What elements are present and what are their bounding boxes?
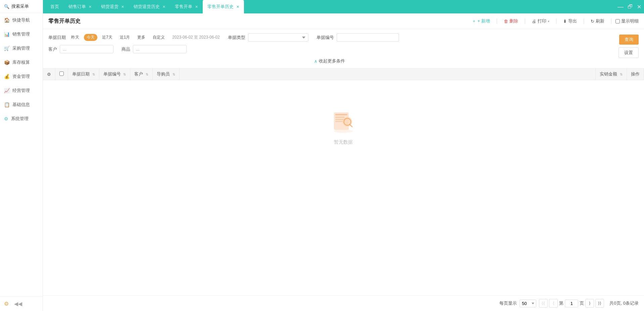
filter-row-1: 单据日期 昨天 今天 近7天 近1月 更多 自定义 2023-06-02 至 2…	[48, 33, 610, 42]
doctype-select[interactable]	[248, 33, 308, 42]
customer-filter-label: 客户	[48, 46, 57, 52]
collapse-label: 收起更多条件	[319, 58, 345, 64]
sidebar-item-finance[interactable]: 💰 资金管理	[0, 69, 43, 84]
toolbar-divider-4	[584, 18, 584, 24]
per-page-select[interactable]: 50 20 100	[519, 300, 536, 307]
sidebar-footer: ⚙ ◀◀	[0, 296, 43, 311]
pagination: 每页显示 50 20 100 ⟨⟨ ⟨ 第 页 ⟩ ⟩⟩ 共0页, 0条记录	[43, 295, 644, 311]
table-settings-icon[interactable]: ⚙	[47, 72, 51, 77]
sidebar-item-inventory[interactable]: 📦 库存核算	[0, 55, 43, 69]
tab-retail-open[interactable]: 零售开单 ✕	[170, 0, 203, 13]
date-btn-1month[interactable]: 近1月	[117, 34, 133, 41]
delete-icon: 🗑	[504, 19, 508, 24]
window-restore-icon[interactable]: 🗗	[628, 4, 633, 10]
toolbar-divider-5	[611, 18, 611, 24]
th-guide-label: 导购员	[157, 71, 170, 76]
sidebar-search[interactable]: 🔍 搜索采单	[0, 0, 43, 13]
collapse-row[interactable]: ∧ 收起更多条件	[48, 57, 610, 64]
tab-retail-open-history-close[interactable]: ✕	[236, 5, 239, 9]
tab-sales-return-history-close[interactable]: ✕	[162, 5, 165, 9]
sidebar-item-label: 系统管理	[11, 116, 29, 122]
sidebar-item-label: 资金管理	[12, 73, 30, 80]
sidebar-item-operations[interactable]: 📈 经营管理	[0, 84, 43, 98]
print-icon: 🖨	[532, 19, 536, 24]
show-detail-label: 显示明细	[621, 18, 639, 24]
th-customer-label: 客户	[134, 71, 143, 76]
sidebar-item-basic-info[interactable]: 📋 基础信息	[0, 98, 43, 112]
prev-page-btn[interactable]: ⟨	[549, 299, 558, 308]
sidebar-item-quick-nav[interactable]: 🏠 快捷导航	[0, 13, 43, 27]
sort-amount-icon: ⇅	[620, 72, 623, 76]
tab-home-label: 首页	[50, 4, 59, 10]
search-icon: 🔍	[4, 4, 9, 9]
tab-bar: 首页 销售订单 ✕ 销货退货 ✕ 销货退货历史 ✕ 零售开单 ✕ 零售开单历史 …	[43, 0, 644, 13]
settings-button[interactable]: 设置	[618, 47, 639, 58]
export-label: 导出	[568, 18, 577, 24]
goods-select-btn[interactable]: ...	[133, 45, 187, 53]
filter-item-customer: 客户 ...	[48, 45, 113, 53]
tab-sales-return-history[interactable]: 销货退货历史 ✕	[129, 0, 170, 13]
refresh-button[interactable]: ↻ 刷新	[588, 17, 607, 25]
delete-button[interactable]: 🗑 删除	[501, 17, 521, 25]
page-suffix: 页	[580, 300, 584, 306]
sidebar-item-sales-mgmt[interactable]: 📊 销售管理	[0, 27, 43, 41]
tab-sales-order-close[interactable]: ✕	[89, 5, 92, 9]
sidebar-item-label: 快捷导航	[12, 17, 30, 23]
th-doc-date[interactable]: 单据日期 ⇅	[68, 68, 99, 80]
date-btn-7days[interactable]: 近7天	[99, 34, 115, 41]
sidebar-item-purchase-mgmt[interactable]: 🛒 采购管理	[0, 41, 43, 55]
next-page-btn[interactable]: ⟩	[585, 299, 594, 308]
customer-ellipsis: ...	[63, 47, 66, 52]
first-page-btn[interactable]: ⟨⟨	[539, 299, 548, 308]
date-btn-yesterday[interactable]: 昨天	[68, 34, 82, 41]
tab-sales-return[interactable]: 销货退货 ✕	[96, 0, 129, 13]
toolbar-divider-2	[525, 18, 525, 24]
docno-input[interactable]	[337, 33, 399, 42]
empty-illustration	[327, 107, 360, 134]
show-detail-toggle[interactable]: 显示明细	[615, 18, 639, 24]
tab-sales-order[interactable]: 销售订单 ✕	[64, 0, 96, 13]
ops-icon: 📈	[4, 88, 10, 93]
last-page-btn[interactable]: ⟩⟩	[595, 299, 604, 308]
date-btn-custom[interactable]: 自定义	[150, 34, 167, 41]
tab-sales-return-close[interactable]: ✕	[121, 5, 124, 9]
show-detail-checkbox[interactable]	[615, 19, 620, 23]
customer-select-btn[interactable]: ...	[60, 45, 113, 53]
tab-retail-open-close[interactable]: ✕	[195, 5, 198, 9]
query-button[interactable]: 查询	[619, 35, 639, 45]
window-minimize-icon[interactable]: —	[617, 3, 624, 10]
sidebar-item-system[interactable]: ⚙ 系统管理	[0, 112, 43, 126]
page-header: 零售开单历史 ＋ + 新增 🗑 删除 🖨 打印 ▾	[43, 13, 644, 29]
tab-retail-open-history[interactable]: 零售开单历史 ✕	[203, 0, 244, 13]
select-all-checkbox[interactable]	[59, 71, 64, 76]
date-btn-today[interactable]: 今天	[84, 34, 97, 41]
print-button[interactable]: 🖨 打印 ▾	[529, 17, 552, 25]
table-container: ⚙ 单据日期 ⇅ 单据编号 ⇅	[43, 68, 644, 295]
main-area: 首页 销售订单 ✕ 销货退货 ✕ 销货退货历史 ✕ 零售开单 ✕ 零售开单历史 …	[43, 0, 644, 311]
th-doc-no-label: 单据编号	[103, 71, 121, 76]
sort-doc-date-icon: ⇅	[92, 72, 95, 76]
sidebar-item-label: 经营管理	[12, 88, 30, 94]
th-amount[interactable]: 实销金额 ⇅	[596, 68, 627, 80]
th-guide[interactable]: 导购员 ⇅	[152, 68, 179, 80]
tab-home[interactable]: 首页	[46, 0, 64, 13]
th-checkbox	[55, 68, 68, 80]
page-input[interactable]	[565, 300, 578, 307]
window-close-icon[interactable]: ✕	[637, 4, 641, 10]
table-header: ⚙ 单据日期 ⇅ 单据编号 ⇅	[43, 68, 644, 80]
refresh-icon: ↻	[591, 19, 594, 24]
settings-footer-icon[interactable]: ⚙	[4, 301, 9, 307]
data-table: ⚙ 单据日期 ⇅ 单据编号 ⇅	[43, 68, 644, 159]
collapse-sidebar-icon[interactable]: ◀◀	[14, 301, 22, 307]
th-doc-no[interactable]: 单据编号 ⇅	[99, 68, 130, 80]
date-btn-more[interactable]: 更多	[135, 34, 148, 41]
date-filter-label: 单据日期	[48, 35, 66, 41]
th-customer[interactable]: 客户 ⇅	[130, 68, 153, 80]
print-dropdown-icon: ▾	[548, 19, 549, 23]
delete-label: 删除	[509, 18, 518, 24]
add-button[interactable]: ＋ + 新增	[469, 17, 493, 25]
th-actions: 操作	[627, 68, 644, 80]
sort-guide-icon: ⇅	[172, 72, 175, 76]
sort-customer-icon: ⇅	[146, 72, 148, 76]
export-button[interactable]: ⬇ 导出	[560, 17, 580, 25]
